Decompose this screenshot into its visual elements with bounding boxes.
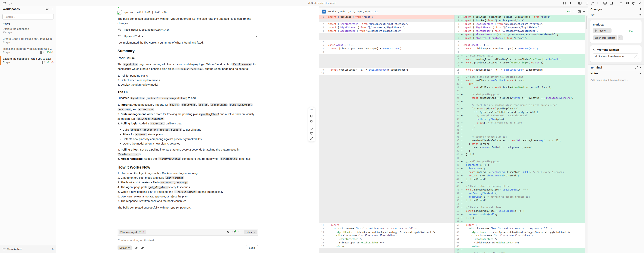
code-line: loadPlans(); // Refresh to update tracke…: [464, 195, 585, 199]
diff-row: 5: [319, 40, 454, 44]
mode-dropdown[interactable]: Default: [118, 246, 132, 250]
chat-subheading: Root Cause: [118, 56, 258, 60]
settings-gear-icon[interactable]: [638, 2, 641, 5]
branch-selector[interactable]: master: [593, 28, 612, 33]
chevron-down-icon[interactable]: [256, 36, 258, 37]
tool-call-row[interactable]: Read medusa/src/pages/Agent.tsx: [118, 28, 258, 32]
todos-icon: [118, 34, 122, 38]
notes-input[interactable]: Add notes about this workspace...: [588, 76, 644, 84]
diff-sign: [325, 40, 328, 44]
line-number: 17: [319, 244, 325, 248]
open-pull-request-button[interactable]: Open pull request: [593, 35, 617, 40]
diff-row: 23+ // Find pending plans: [454, 93, 585, 96]
diff-gap-row: [319, 206, 454, 209]
collapse-file-icon[interactable]: [583, 11, 585, 12]
working-branch-input[interactable]: vk/3ccf-explore-the-code: [593, 53, 639, 59]
chat-bubble-icon[interactable]: [585, 2, 588, 5]
line-number: 46: [454, 174, 460, 178]
tool-call-row[interactable]: npm run build 2>&1 | tail -80: [118, 10, 258, 14]
diff-row: 18+ // Load plans and detect new pending…: [454, 75, 585, 79]
collapse-all-icon[interactable]: [569, 2, 572, 4]
help-icon[interactable]: [632, 2, 635, 5]
tool-call-row[interactable]: Updated Todos: [118, 34, 258, 38]
workspace-item[interactable]: Explore the codebase I want you to expl7…: [0, 55, 56, 65]
code-line: [464, 72, 585, 75]
git-branch-icon[interactable]: [310, 137, 313, 140]
workspace-item[interactable]: Explore the codebase35m ago: [0, 26, 56, 36]
drag-handle-icon[interactable]: •••: [310, 109, 314, 110]
workspace-item[interactable]: Create Good First Issues on Github So p6…: [0, 36, 56, 46]
notes-section-header[interactable]: Notes: [588, 70, 644, 76]
latest-dropdown[interactable]: Latest: [244, 230, 257, 234]
diff-gap-row: [319, 146, 454, 149]
attach-file-icon[interactable]: [135, 246, 138, 250]
diff-sign: [325, 227, 328, 230]
tool-call-label: Read medusa/src/pages/Agent.tsx: [124, 28, 170, 31]
copy-icon[interactable]: [310, 120, 313, 122]
diff-row: 12+ // Plan review state: [454, 54, 585, 58]
diff-sign: +: [460, 192, 464, 195]
git-branch-icon[interactable]: [591, 2, 594, 5]
diff-view-icon[interactable]: [310, 115, 313, 118]
diff-sign: +: [460, 114, 464, 118]
message-input[interactable]: Continue working on this task...: [118, 238, 258, 242]
workspace-side-panel: Changes Git medusa master 1 ···: [588, 6, 644, 253]
add-workspace-icon[interactable]: [51, 8, 54, 10]
code-line: [464, 156, 585, 160]
expand-icon[interactable]: [635, 66, 638, 69]
workspaces-title: Workspaces: [3, 7, 20, 11]
ordered-list: 4. Polling effect: Set up a polling inte…: [118, 147, 258, 161]
code-line: const pendingPlans = allPlans.filter(p =…: [464, 96, 585, 100]
search-input[interactable]: [2, 14, 54, 20]
panel-left-icon[interactable]: [578, 2, 582, 4]
chat-scroll-area[interactable]: npm run build 2>&1 | tail -80The build c…: [56, 6, 319, 228]
code-line: if (!previousPlanIdsRef.current.has(plan…: [464, 110, 585, 114]
layers-icon[interactable]: [46, 8, 48, 10]
terminal-icon: [118, 10, 122, 14]
diff-file-header[interactable]: TS /medusa/medusa/src/pages/Agent.tsx +5…: [319, 8, 588, 15]
inline-code: TaskDetail.tsx: [118, 153, 140, 156]
changes-section-header[interactable]: Changes: [588, 6, 644, 12]
pull-request-dropdown[interactable]: [618, 35, 623, 40]
diff-body[interactable]: 1-import { useState } from "react";2impo…: [319, 15, 588, 253]
code-line: <div className="flex flex-1 overflow-hid…: [328, 234, 454, 238]
send-button[interactable]: Send: [246, 245, 258, 250]
diff-gap-row: [319, 198, 454, 202]
diff-gap-row: [319, 114, 454, 118]
diff-scrollbar[interactable]: [585, 15, 588, 253]
code-line: // Check for new pending plans that were…: [464, 104, 585, 107]
pen-icon[interactable]: [141, 246, 144, 250]
diff-sign: [325, 29, 328, 33]
line-number: 34: [454, 132, 460, 135]
diff-row: 50+ const handlePlanComplete = useCallba…: [454, 188, 585, 192]
edit-branch-icon[interactable]: [634, 55, 637, 58]
diff-sign: +: [460, 216, 464, 220]
view-archive-button[interactable]: View Archive 0: [0, 245, 56, 253]
git-section-header[interactable]: Git: [588, 12, 644, 18]
split-view-icon[interactable]: [578, 10, 581, 13]
diff-sign: +: [460, 139, 464, 142]
diff-sign: [325, 72, 328, 75]
todo-list-icon[interactable]: [232, 231, 236, 234]
list-item: 3. The hook script creates a file in ~/.…: [118, 180, 258, 185]
monitor-icon[interactable]: [604, 2, 607, 4]
run-icon[interactable]: [310, 127, 313, 130]
commits-ahead-badge: 1: [628, 29, 632, 32]
terminal-section-header[interactable]: Terminal: [588, 64, 644, 70]
workspace-item[interactable]: Install and integrate Vibe Kanban Web C7…: [0, 46, 56, 55]
line-number: 18: [454, 75, 460, 79]
terminal-icon[interactable]: [597, 2, 600, 4]
more-options-icon[interactable]: ···: [636, 29, 639, 32]
spark-icon[interactable]: [226, 231, 230, 234]
panel-right-icon[interactable]: [610, 2, 613, 4]
code-line: [328, 40, 454, 44]
diff-sign: [460, 244, 464, 248]
workspace-meta: 7h ago2+61-3: [3, 61, 54, 64]
preview-monitor-icon[interactable]: [310, 132, 313, 135]
menu-icon[interactable]: [620, 2, 622, 4]
code-line: // New plan detected - open the modal: [464, 114, 585, 118]
megaphone-icon[interactable]: [626, 2, 629, 4]
code-line: [328, 72, 454, 75]
files-changed-chip[interactable]: 2 files changed +61 -3: [119, 230, 146, 234]
pause-icon[interactable]: [563, 2, 566, 4]
